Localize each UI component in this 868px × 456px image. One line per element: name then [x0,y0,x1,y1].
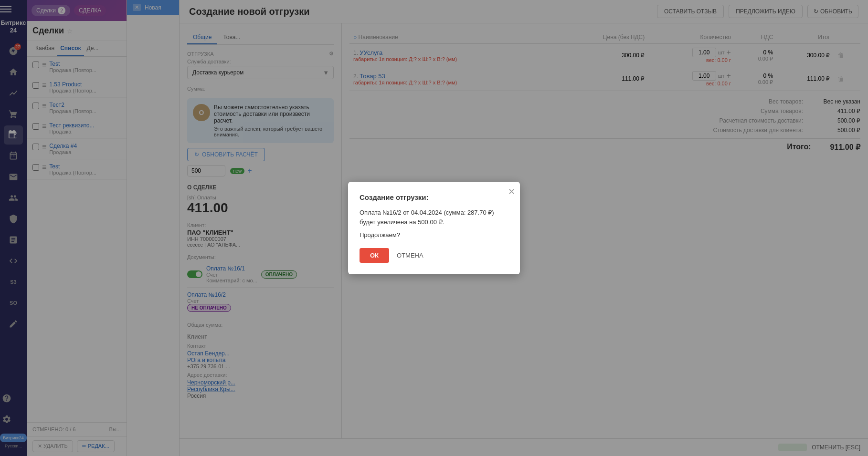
modal-overlay[interactable]: ✕ Создание отгрузки: Оплата №16/2 от 04.… [0,0,868,456]
modal-title: Создание отгрузки: [360,193,508,201]
modal-cancel-button[interactable]: ОТМЕНА [395,248,425,263]
modal-close-button[interactable]: ✕ [508,187,515,197]
modal-question: Продолжаем? [360,231,508,238]
modal-dialog: ✕ Создание отгрузки: Оплата №16/2 от 04.… [348,182,520,274]
modal-ok-button[interactable]: ОК [360,248,389,263]
modal-actions: ОК ОТМЕНА [360,248,508,263]
modal-body: Оплата №16/2 от 04.04.2024 (сумма: 287.7… [360,208,508,227]
